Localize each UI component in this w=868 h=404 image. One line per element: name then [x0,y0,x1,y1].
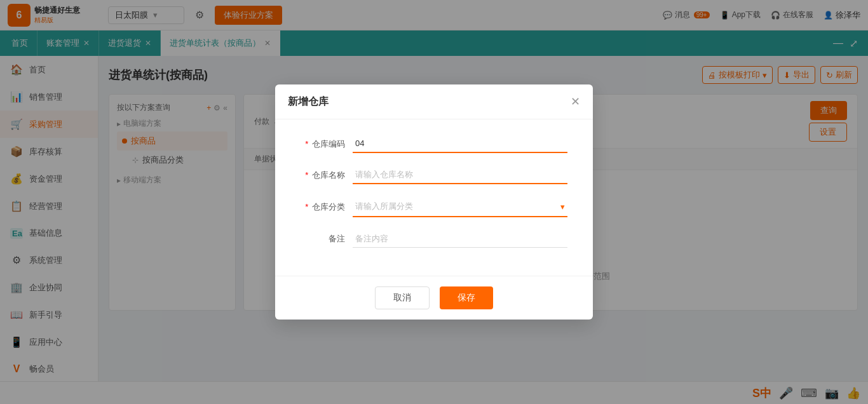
code-input[interactable] [353,135,567,153]
form-row-category: * 仓库分类 请输入所属分类 ▾ [301,197,567,217]
modal-body: * 仓库编码 * 仓库名称 * 仓库分类 请输入所属 [275,119,593,276]
modal-close-btn[interactable]: ✕ [571,95,580,109]
form-row-remark: 备注 [301,230,567,248]
form-row-code: * 仓库编码 [301,135,567,153]
required-star-name: * [305,170,308,180]
modal-footer: 取消 保存 [275,276,593,320]
category-chevron-icon: ▾ [560,202,565,212]
remark-input[interactable] [353,230,567,248]
name-label: * 仓库名称 [301,170,345,181]
modal-header: 新增仓库 ✕ [275,84,593,119]
category-select[interactable]: 请输入所属分类 ▾ [353,197,567,217]
category-label: * 仓库分类 [301,201,345,213]
required-star-code: * [305,139,308,149]
form-row-name: * 仓库名称 [301,166,567,184]
cancel-button[interactable]: 取消 [375,286,430,309]
name-input[interactable] [353,166,567,184]
remark-label: 备注 [301,233,345,245]
save-button[interactable]: 保存 [440,286,493,309]
modal-title: 新增仓库 [288,95,329,109]
add-warehouse-modal: 新增仓库 ✕ * 仓库编码 * 仓库名称 [275,84,593,320]
modal-overlay[interactable]: 新增仓库 ✕ * 仓库编码 * 仓库名称 [0,0,868,404]
code-label: * 仓库编码 [301,138,345,150]
required-star-category: * [305,202,308,212]
category-placeholder: 请输入所属分类 [355,201,413,212]
